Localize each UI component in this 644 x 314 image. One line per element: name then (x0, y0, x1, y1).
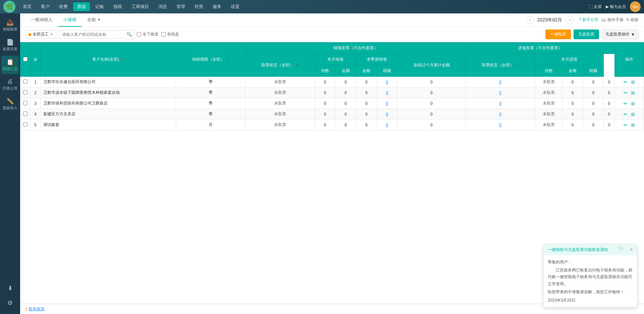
nav-business[interactable]: 工商项目 (127, 2, 153, 11)
user-avatar[interactable]: tEa (630, 1, 641, 12)
buy-status-filter[interactable]: ▼ (516, 63, 519, 67)
tax-policy-link[interactable]: 税务政策 (29, 306, 45, 312)
nav-invoice[interactable]: 票据 (73, 2, 90, 11)
vip-btn[interactable]: ▶ 畅为会员 (606, 4, 626, 10)
checkbox-tax-disk[interactable]: 有税盘 (161, 32, 179, 37)
notification-close-btn[interactable]: × (630, 247, 633, 252)
row-sell-month-tax: 0 (356, 109, 377, 120)
tab-general-taxpayer[interactable]: 一般纳税人 (25, 13, 58, 27)
nav-manage[interactable]: 管理 (172, 2, 189, 11)
new-guide-btn[interactable]: ? 新手引导 (579, 17, 598, 23)
row-sell-12month: 0 (466, 98, 535, 109)
row-buy-month-tax: 0 (604, 98, 615, 109)
checkbox-own-accounts[interactable]: 名下账套 (137, 32, 159, 37)
notification-panel: 一键报税与无盘取票功能恢复通知 × 尊敬的用户： 江苏政务网已恢复访问电子税务局… (543, 244, 637, 307)
nav-service[interactable]: 服务 (209, 2, 225, 11)
row-period: 季 (176, 87, 246, 98)
sidebar-item-scan-upload[interactable]: 🖨 扫描上传 (1, 75, 19, 93)
sell-quarter-amount-link[interactable]: 0 (386, 123, 388, 127)
header-sell-quarter-amount: 金额 (356, 65, 377, 77)
nav-operation[interactable]: 经营 (191, 2, 207, 11)
header-buy-group: 进项发票（不合作废票） (466, 43, 614, 54)
row-detail-btn[interactable]: ⊞ (630, 79, 636, 85)
one-click-fetch-btn[interactable]: 一键取票 (545, 29, 571, 39)
row-num: 5 (31, 120, 41, 130)
smart-invoice-icon: 📥 (3, 19, 17, 26)
header-sell-month-count: 份数 (315, 65, 335, 77)
refresh-btn[interactable]: ↻ 刷新 (626, 17, 639, 23)
tab-small-scale[interactable]: 小规模 (58, 13, 82, 27)
row-detail-btn[interactable]: ⊞ (630, 90, 636, 96)
row-edit-btn[interactable]: ✏ (623, 112, 629, 117)
sidebar-item-issue-invoice[interactable]: 📄 发票开具 (1, 36, 19, 54)
nav-home[interactable]: 首页 (19, 2, 36, 11)
fullscreen-btn[interactable]: ⛶ 全屏 (589, 4, 602, 10)
own-accounts-checkbox[interactable] (137, 32, 141, 37)
sell-12month-link[interactable]: 0 (499, 80, 501, 84)
nav-customer[interactable]: 客户 (37, 2, 54, 11)
search-button[interactable]: 🔍 (125, 30, 134, 39)
header-buy-month-count: 份数 (535, 65, 562, 77)
tab-all-capable[interactable]: 全能 ▼ (82, 13, 106, 27)
sell-quarter-amount-link[interactable]: 0 (386, 90, 388, 95)
notification-body: 尊敬的用户： 江苏政务网已恢复访问电子税务局功能，易代账一键登陆电子税务局与无盘… (544, 255, 637, 307)
header-12month: 连续12个月累计金额 (397, 54, 466, 77)
select-all-checkbox[interactable] (23, 57, 28, 61)
row-checkbox[interactable] (23, 90, 28, 95)
row-detail-btn[interactable]: ⊞ (630, 122, 636, 128)
nav-billing[interactable]: 收费 (55, 2, 72, 11)
nav-message[interactable]: 消息 (154, 2, 171, 11)
nav-settings[interactable]: 设置 (227, 2, 244, 11)
row-num: 3 (31, 98, 41, 109)
row-detail-btn[interactable]: ⊞ (630, 101, 636, 106)
row-edit-btn[interactable]: ✏ (623, 79, 629, 85)
sell-12month-link[interactable]: 0 (499, 101, 501, 106)
tax-disk-checkbox[interactable] (161, 32, 166, 37)
row-checkbox[interactable] (23, 101, 28, 105)
row-checkbox[interactable] (23, 122, 28, 127)
sidebar-download[interactable]: ⬇ (1, 282, 19, 295)
sidebar-item-invoice-summary[interactable]: 📋 票据汇总 (1, 56, 19, 74)
manual-btn[interactable]: 📖 操作手册 (601, 17, 623, 23)
row-sell-status: 未取票 (246, 120, 315, 130)
sell-quarter-amount-link[interactable]: 0 (386, 80, 388, 84)
row-edit-btn[interactable]: ✏ (623, 90, 629, 96)
row-buy-status: 未取票 (535, 109, 562, 120)
row-edit-btn[interactable]: ✏ (623, 122, 629, 128)
nav-tax[interactable]: 报税 (109, 2, 126, 11)
search-input[interactable] (59, 30, 126, 39)
row-buy-month-tax: 0 (604, 77, 615, 87)
tax-period-filter-icon[interactable]: ▼ (226, 58, 229, 61)
sell-quarter-amount-link[interactable]: 0 (386, 101, 388, 106)
header-buy-status: 取票状态（全部） ▼ (466, 54, 535, 77)
row-checkbox[interactable] (23, 112, 28, 116)
table-row: 2 卫辉市汲水镇下园闻香阁营木种植家庭农场 季 未取票 0 0 0 0 0 0 … (20, 87, 644, 98)
sidebar-item-invoice-entry[interactable]: ✏️ 票据录入 (1, 95, 19, 113)
row-customer-name: 卫辉市汲水镇下园闻香阁营木种植家庭农场 (41, 87, 176, 98)
row-checkbox-cell (20, 98, 31, 109)
row-edit-btn[interactable]: ✏ (623, 101, 629, 106)
row-buy-month-amount: 0 (583, 77, 604, 87)
row-actions: ✏ ⊞ (614, 87, 644, 98)
nav-bookkeeping[interactable]: 记账 (91, 2, 108, 11)
sidebar-settings[interactable]: ⚙ (1, 297, 19, 310)
row-detail-btn[interactable]: ⊞ (630, 112, 636, 117)
row-checkbox[interactable] (23, 79, 28, 84)
customer-filter-icon[interactable]: ▼ (121, 58, 124, 61)
employee-select[interactable]: 全部员工 ▼ (25, 30, 56, 39)
sell-12month-link[interactable]: 0 (499, 123, 501, 127)
period-prev-btn[interactable]: ‹ (526, 16, 534, 24)
sell-12month-link[interactable]: 0 (499, 90, 501, 95)
row-buy-month-tax: 0 (604, 87, 615, 98)
sell-quarter-amount-link[interactable]: 0 (386, 112, 388, 117)
row-period: 季 (176, 77, 246, 87)
no-disk-fetch-btn[interactable]: 无盘取票 (574, 29, 599, 39)
sell-12month-link[interactable]: 0 (499, 112, 501, 117)
row-actions: ✏ ⊞ (614, 98, 644, 109)
period-next-btn[interactable]: › (566, 16, 574, 24)
sidebar-item-smart-invoice[interactable]: 📥 智能取票 (1, 16, 19, 35)
header-month-sell: 本月销项 (315, 54, 356, 65)
row-buy-month-count: 0 (562, 109, 583, 120)
more-ops-btn[interactable]: 无盘取票操作 ▼ (602, 29, 639, 39)
sell-status-filter[interactable]: ▼ (296, 63, 299, 67)
